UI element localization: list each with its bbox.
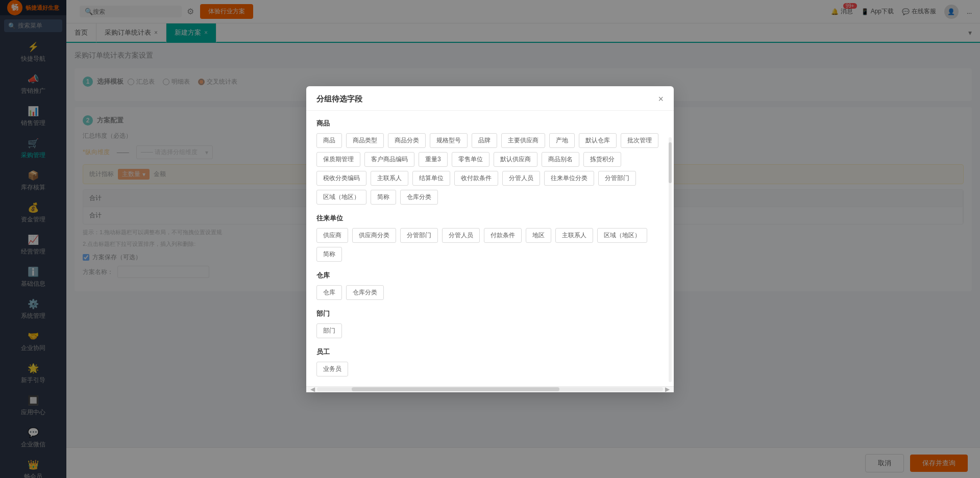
field-section-3: 部门部门 [316, 309, 664, 338]
field-tag-1-0[interactable]: 供应商 [316, 228, 348, 243]
field-tag-0-15[interactable]: 拣货积分 [583, 152, 621, 167]
field-tag-0-5[interactable]: 主要供应商 [501, 133, 545, 148]
field-tag-1-2[interactable]: 分管部门 [400, 228, 438, 243]
field-tag-0-11[interactable]: 重量3 [419, 152, 448, 167]
field-tag-0-24[interactable]: 简称 [371, 190, 396, 205]
field-tag-2-0[interactable]: 仓库 [316, 285, 342, 300]
field-tag-0-25[interactable]: 仓库分类 [400, 190, 438, 205]
modal-body: 商品商品商品类型商品分类规格型号品牌主要供应商产地默认仓库批次管理保质期管理客户… [306, 111, 674, 386]
hscroll-right-arrow[interactable]: ▶ [665, 386, 670, 393]
field-tags-3: 部门 [316, 323, 664, 338]
modal-overlay: 分组待选字段 × 商品商品商品类型商品分类规格型号品牌主要供应商产地默认仓库批次… [0, 0, 980, 478]
modal-close-button[interactable]: × [658, 94, 664, 104]
field-tag-4-0[interactable]: 业务员 [316, 362, 348, 376]
field-section-2: 仓库仓库仓库分类 [316, 271, 664, 300]
field-tag-0-4[interactable]: 品牌 [472, 133, 497, 148]
field-tag-1-7[interactable]: 区域（地区） [597, 228, 647, 243]
field-tag-0-0[interactable]: 商品 [316, 133, 342, 148]
field-tag-1-6[interactable]: 主联系人 [555, 228, 593, 243]
field-tag-1-5[interactable]: 地区 [526, 228, 551, 243]
field-section-title-3: 部门 [316, 309, 664, 318]
field-tag-1-4[interactable]: 付款条件 [484, 228, 522, 243]
field-tag-0-20[interactable]: 分管人员 [502, 171, 540, 186]
field-section-title-1: 往来单位 [316, 214, 664, 223]
field-section-1: 往来单位供应商供应商分类分管部门分管人员付款条件地区主联系人区域（地区）简称 [316, 214, 664, 262]
modal-horizontal-scrollbar[interactable] [317, 387, 663, 391]
field-tag-0-2[interactable]: 商品分类 [388, 133, 426, 148]
field-tag-0-8[interactable]: 批次管理 [621, 133, 658, 148]
field-tag-0-13[interactable]: 默认供应商 [494, 152, 537, 167]
field-tag-2-1[interactable]: 仓库分类 [346, 285, 384, 300]
modal-scrollbar[interactable] [669, 137, 672, 382]
field-tag-0-10[interactable]: 客户商品编码 [364, 152, 414, 167]
field-tag-0-22[interactable]: 分管部门 [598, 171, 636, 186]
field-tag-0-1[interactable]: 商品类型 [346, 133, 384, 148]
field-tag-0-7[interactable]: 默认仓库 [579, 133, 617, 148]
field-tags-1: 供应商供应商分类分管部门分管人员付款条件地区主联系人区域（地区）简称 [316, 228, 664, 262]
field-tag-3-0[interactable]: 部门 [316, 323, 342, 338]
field-tag-0-3[interactable]: 规格型号 [430, 133, 468, 148]
field-section-4: 员工业务员 [316, 347, 664, 376]
field-tag-1-1[interactable]: 供应商分类 [352, 228, 396, 243]
hscroll-left-arrow[interactable]: ◀ [310, 386, 315, 393]
modal-dialog: 分组待选字段 × 商品商品商品类型商品分类规格型号品牌主要供应商产地默认仓库批次… [306, 86, 674, 392]
modal-scrollbar-thumb [669, 142, 672, 183]
field-tag-1-8[interactable]: 简称 [316, 247, 342, 262]
modal-footer-bar: ◀ ▶ [306, 386, 674, 392]
field-tag-0-14[interactable]: 商品别名 [542, 152, 579, 167]
field-section-title-4: 员工 [316, 347, 664, 357]
field-section-title-0: 商品 [316, 119, 664, 128]
modal-title: 分组待选字段 [316, 94, 362, 104]
field-tags-4: 业务员 [316, 362, 664, 376]
field-tag-0-6[interactable]: 产地 [549, 133, 575, 148]
field-tag-1-3[interactable]: 分管人员 [442, 228, 480, 243]
modal-hscroll-thumb [352, 387, 559, 391]
field-tag-0-12[interactable]: 零售单位 [452, 152, 489, 167]
field-tag-0-21[interactable]: 往来单位分类 [544, 171, 594, 186]
field-tag-0-19[interactable]: 收付款条件 [454, 171, 498, 186]
field-section-title-2: 仓库 [316, 271, 664, 280]
field-tags-2: 仓库仓库分类 [316, 285, 664, 300]
field-tag-0-23[interactable]: 区域（地区） [316, 190, 366, 205]
field-tags-0: 商品商品类型商品分类规格型号品牌主要供应商产地默认仓库批次管理保质期管理客户商品… [316, 133, 664, 205]
modal-header: 分组待选字段 × [306, 86, 674, 111]
field-tag-0-9[interactable]: 保质期管理 [316, 152, 360, 167]
field-tag-0-18[interactable]: 结算单位 [412, 171, 450, 186]
field-tag-0-16[interactable]: 税收分类编码 [316, 171, 366, 186]
field-section-0: 商品商品商品类型商品分类规格型号品牌主要供应商产地默认仓库批次管理保质期管理客户… [316, 119, 664, 205]
field-tag-0-17[interactable]: 主联系人 [371, 171, 408, 186]
